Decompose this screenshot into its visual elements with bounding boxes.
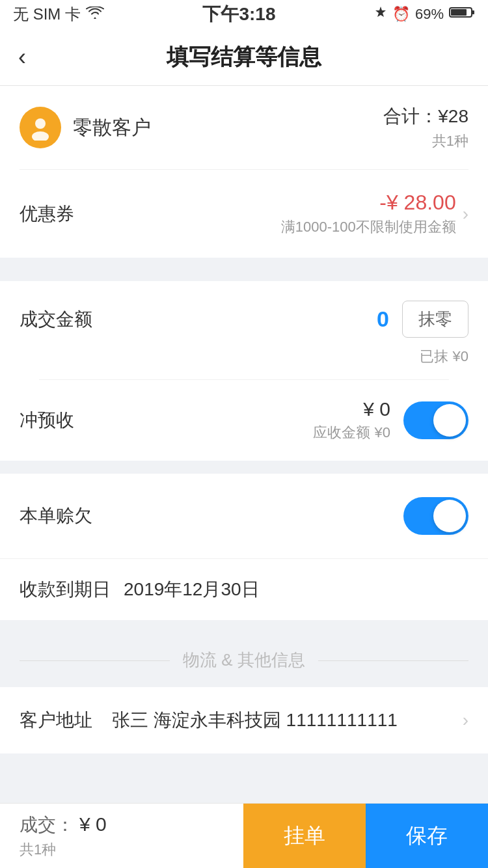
sim-status: 无 SIM 卡	[13, 4, 81, 25]
svg-rect-2	[451, 9, 467, 16]
deal-amount-value: 0	[363, 306, 389, 332]
address-card: 客户地址 张三 海淀永丰科技园 11111111111 ›	[0, 687, 488, 753]
alarm-icon: ⏰	[392, 6, 410, 23]
bottom-bar: 成交： ¥ 0 共1种 挂单 保存	[0, 803, 488, 868]
prepay-amounts: ¥ 0 应收金额 ¥0	[313, 398, 390, 442]
bottom-deal-label: 成交：	[20, 813, 74, 837]
battery-percent: 69%	[415, 6, 444, 23]
round-off-button[interactable]: 抹零	[402, 301, 468, 338]
nav-bar: ‹ 填写结算等信息	[0, 29, 488, 86]
section-separator-1	[0, 268, 488, 281]
bottom-count: 共1种	[20, 840, 224, 860]
customer-left: 零散客户	[20, 107, 151, 148]
prepay-sub-amount: 应收金额 ¥0	[313, 423, 390, 442]
main-content: 零散客户 合计：¥28 共1种 优惠券 -¥ 28.00 满1000-100不限…	[0, 86, 488, 829]
logistics-section-header: 物流 & 其他信息	[0, 633, 488, 687]
address-row[interactable]: 客户地址 张三 海淀永丰科技园 11111111111 ›	[0, 687, 488, 753]
coupon-right: -¥ 28.00 满1000-100不限制使用金额 ›	[281, 191, 468, 237]
coupon-detail: -¥ 28.00 满1000-100不限制使用金额	[281, 191, 456, 237]
coupon-amount: -¥ 28.00	[281, 191, 456, 215]
coupon-label: 优惠券	[20, 202, 74, 226]
prepay-right: ¥ 0 应收金额 ¥0	[313, 398, 468, 442]
svg-point-3	[35, 118, 46, 129]
deal-amount-right: 0 抹零	[363, 301, 468, 338]
address-chevron-icon: ›	[463, 710, 468, 731]
avatar	[20, 107, 61, 148]
hold-button[interactable]: 挂单	[243, 804, 366, 869]
svg-rect-1	[472, 10, 474, 14]
wifi-icon	[86, 7, 104, 23]
bottom-deal-row: 成交： ¥ 0	[20, 813, 224, 837]
customer-card: 零散客户 合计：¥28 共1种 优惠券 -¥ 28.00 满1000-100不限…	[0, 86, 488, 258]
debt-toggle-knob	[433, 500, 466, 532]
save-button[interactable]: 保存	[366, 804, 488, 869]
status-right: ⏰ 69%	[374, 6, 475, 23]
prepay-toggle[interactable]	[403, 401, 468, 439]
section-separator-2	[0, 461, 488, 474]
logistics-label: 物流 & 其他信息	[170, 650, 318, 670]
address-label: 客户地址	[20, 708, 92, 733]
debt-toggle[interactable]	[403, 497, 468, 535]
battery-icon	[449, 6, 475, 23]
customer-count: 共1种	[383, 131, 468, 151]
page-title: 填写结算等信息	[167, 42, 321, 72]
debt-label: 本单赊欠	[20, 504, 92, 528]
due-date-value: 2019年12月30日	[124, 577, 260, 602]
prepay-label: 冲预收	[20, 408, 74, 433]
svg-point-4	[32, 131, 49, 141]
status-time: 下午3:18	[202, 2, 275, 27]
chevron-right-icon: ›	[463, 204, 468, 224]
toggle-knob	[433, 404, 466, 437]
deal-amount-row: 成交金额 0 抹零	[20, 281, 468, 357]
due-date-label: 收款到期日	[20, 577, 111, 602]
coupon-desc: 满1000-100不限制使用金额	[281, 217, 456, 237]
customer-total: 合计：¥28	[383, 104, 468, 129]
prepay-main-amount: ¥ 0	[313, 398, 390, 420]
customer-name: 零散客户	[73, 115, 151, 141]
bottom-deal-amount: ¥ 0	[79, 813, 107, 835]
coupon-row[interactable]: 优惠券 -¥ 28.00 满1000-100不限制使用金额 ›	[0, 170, 488, 258]
back-button[interactable]: ‹	[18, 44, 26, 71]
customer-right: 合计：¥28 共1种	[383, 104, 468, 151]
status-bar: 无 SIM 卡 下午3:18 ⏰ 69%	[0, 0, 488, 29]
address-value: 张三 海淀永丰科技园 11111111111	[112, 708, 463, 733]
customer-row: 零散客户 合计：¥28 共1种	[0, 86, 488, 169]
bottom-summary: 成交： ¥ 0 共1种	[0, 813, 243, 860]
debt-row: 本单赊欠	[0, 474, 488, 558]
deal-amount-label: 成交金额	[20, 307, 92, 332]
prepay-row: 冲预收 ¥ 0 应收金额 ¥0	[20, 380, 468, 461]
deal-section: 成交金额 0 抹零 已抹 ¥0 冲预收 ¥ 0 应收金额 ¥0	[0, 281, 488, 461]
status-left: 无 SIM 卡	[13, 4, 104, 25]
section-separator-3	[0, 620, 488, 633]
location-icon	[374, 6, 387, 23]
due-date-row: 收款到期日 2019年12月30日	[0, 558, 488, 620]
deal-amount-sub: 已抹 ¥0	[20, 347, 468, 379]
